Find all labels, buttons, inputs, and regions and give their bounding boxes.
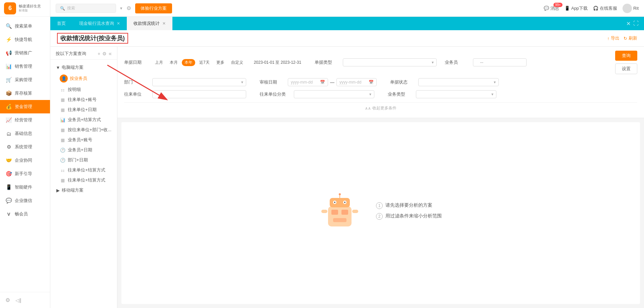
- page-title: 收款情况统计(按业务员): [57, 33, 128, 44]
- sidebar-item-search[interactable]: 🔍 搜索菜单: [0, 19, 50, 33]
- scheme-settings-icon[interactable]: ⚙: [102, 51, 107, 56]
- sidebar-item-member[interactable]: V 畅会员: [0, 207, 50, 221]
- sidebar-item-guide[interactable]: 🎯 新手引导: [0, 167, 50, 181]
- tree-section-pc: ▼ 电脑端方案 👤 按业务员 ⚏ 按明细 ▦ 往来单位+账号: [50, 60, 117, 198]
- sidebar-item-purchase[interactable]: 🛒 采购管理: [0, 73, 50, 87]
- app-download-btn[interactable]: 📱 App下载: [565, 5, 588, 11]
- counterpart-category-label: 往来单位分类: [260, 91, 286, 97]
- date-tab-7days[interactable]: 近7天: [197, 59, 212, 66]
- calendar-from-icon[interactable]: 📅: [320, 80, 325, 85]
- sidebar-item-finance[interactable]: 💰 资金管理: [0, 100, 50, 113]
- tree-item-unit-account[interactable]: ▦ 往来单位+账号: [50, 95, 117, 105]
- date-tab-more[interactable]: 更多: [214, 59, 227, 66]
- sidebar-item-inventory[interactable]: 📦 库存核算: [0, 87, 50, 100]
- salesperson-select[interactable]: ···: [473, 58, 527, 66]
- tree-item-salesperson-settle[interactable]: 📊 业务员+结算方式: [50, 115, 117, 125]
- sidebar-item-label: 销售管理: [15, 63, 32, 69]
- header-search[interactable]: 🔍 搜索: [56, 4, 116, 13]
- tab-home[interactable]: 首页: [50, 17, 72, 30]
- tab-bank[interactable]: 现金银行流水查询 ✕: [72, 17, 127, 30]
- tree-toggle-mobile: ▶: [56, 188, 60, 193]
- sidebar-item-marketing[interactable]: 📢 营销推广: [0, 46, 50, 60]
- header-chevron-icon[interactable]: ▾: [120, 6, 122, 11]
- date-tab-last-month[interactable]: 上月: [152, 59, 166, 66]
- footer-collapse-icon[interactable]: ◁‖: [15, 298, 21, 303]
- sidebar-item-quicknav[interactable]: ⚡ 快捷导航: [0, 33, 50, 46]
- refresh-button[interactable]: ↻ 刷新: [624, 35, 637, 41]
- messages-btn[interactable]: 💬 消息 99+: [544, 5, 559, 11]
- tree-item-label: 按明细: [68, 87, 81, 93]
- counterpart-select[interactable]: ···: [152, 90, 246, 98]
- tab-collection[interactable]: 收款情况统计 ✕: [127, 17, 172, 30]
- doc-type-select[interactable]: ▾: [343, 58, 437, 66]
- sidebar-item-label: 基础信息: [15, 131, 32, 137]
- tree-node-pc-section[interactable]: ▼ 电脑端方案: [50, 62, 117, 72]
- doc-status-select[interactable]: ▾: [418, 78, 499, 86]
- sidebar-item-corp[interactable]: 🤝 企业协同: [0, 154, 50, 167]
- window-close-icon[interactable]: ✕: [626, 20, 631, 27]
- svg-point-8: [344, 202, 345, 203]
- collapse-bar[interactable]: ∧∧ 收起更多条件: [124, 102, 637, 114]
- sidebar-item-operation[interactable]: 📈 经营管理: [0, 113, 50, 127]
- tree-item-salesperson-date[interactable]: 🕐 业务员+日期: [50, 145, 117, 155]
- unit-dept-collect-icon: ▦: [60, 127, 66, 133]
- tree-node-mobile-section[interactable]: ▶ 移动端方案: [50, 185, 117, 195]
- dept-label: 部门: [124, 79, 144, 85]
- tree-item-label: 业务员+结算方式: [68, 117, 101, 123]
- sidebar-item-wechat[interactable]: 💬 企业微信: [0, 194, 50, 207]
- collection-tab-close-icon[interactable]: ✕: [162, 21, 166, 26]
- purchase-icon: 🛒: [5, 76, 12, 83]
- scheme-collapse-icon[interactable]: «: [109, 51, 112, 57]
- sidebar-footer: ⚙ ◁‖: [0, 292, 50, 308]
- salesperson-account-icon: ▦: [60, 137, 66, 143]
- date-tab-custom[interactable]: 自定义: [228, 59, 246, 66]
- sidebar-item-basic[interactable]: 🗂 基础信息: [0, 127, 50, 140]
- footer-settings-icon[interactable]: ⚙: [5, 297, 10, 303]
- trial-button[interactable]: 体验行业方案: [135, 3, 172, 13]
- review-date-to-input[interactable]: yyyy-mm-dd 📅: [336, 78, 377, 86]
- window-maximize-icon[interactable]: ⛶: [633, 20, 639, 27]
- calendar-to-icon[interactable]: 📅: [369, 80, 374, 85]
- svg-rect-3: [333, 218, 346, 222]
- sidebar-item-label: 企业协同: [15, 157, 32, 163]
- review-date-from-input[interactable]: yyyy-mm-dd 📅: [288, 78, 328, 86]
- user-avatar[interactable]: Rit: [623, 4, 639, 13]
- salesperson-date-icon: 🕐: [60, 147, 66, 153]
- header-gear-icon[interactable]: ⚙: [126, 5, 131, 11]
- date-tab-this-month[interactable]: 本月: [167, 59, 180, 66]
- export-button[interactable]: ↑ 导出: [607, 35, 620, 41]
- more-dots-icon[interactable]: ···: [480, 60, 483, 65]
- tree-item-salesperson[interactable]: 👤 按业务员: [50, 72, 117, 85]
- sidebar-item-hardware[interactable]: 📱 智能硬件: [0, 181, 50, 194]
- tree-item-unit-date[interactable]: ▦ 往来单位+日期: [50, 105, 117, 115]
- right-content: 单据日期 上月 本月 本年 近7天 更多 自定义 2023-01-01 至 20…: [117, 47, 644, 308]
- counterpart-category-select[interactable]: ▾: [294, 90, 374, 98]
- tree-item-dept-date[interactable]: 🕐 部门+日期: [50, 155, 117, 165]
- detail-icon: ⚏: [60, 87, 66, 93]
- counterpart-dots-icon[interactable]: ···: [159, 92, 163, 97]
- doc-status-label: 单据状态: [390, 79, 410, 85]
- dept-select[interactable]: ▾: [152, 78, 246, 86]
- user-text: Rit: [633, 6, 639, 11]
- tree-item-unit-settle2[interactable]: ▦ 往来单位+结算方式: [50, 175, 117, 185]
- tree-item-unit-settle1[interactable]: ⚏ 往来单位+结算方式: [50, 165, 117, 175]
- tree-item-salesperson-account[interactable]: ▦ 业务员+账号: [50, 135, 117, 145]
- date-tab-this-year[interactable]: 本年: [182, 59, 195, 66]
- online-service-btn[interactable]: 🎧 在线客服: [593, 5, 617, 11]
- avatar-img: [623, 4, 632, 13]
- bank-tab-close-icon[interactable]: ✕: [117, 21, 120, 26]
- svg-rect-1: [331, 210, 338, 215]
- tree-item-detail[interactable]: ⚏ 按明细: [50, 85, 117, 95]
- tree-item-label: 往来单位+账号: [68, 97, 97, 103]
- query-button[interactable]: 查询: [615, 51, 637, 61]
- unit-account-icon: ▦: [60, 97, 66, 103]
- sidebar-item-sales[interactable]: 📊 销售管理: [0, 60, 50, 73]
- business-type-select[interactable]: ▾: [416, 90, 496, 98]
- sidebar-item-system[interactable]: ⚙ 系统管理: [0, 140, 50, 154]
- basic-icon: 🗂: [5, 130, 12, 137]
- settings-button[interactable]: 设置: [615, 63, 637, 74]
- tree-item-unit-dept-collect[interactable]: ▦ 按往来单位+部门+收...: [50, 125, 117, 135]
- scheme-add-icon[interactable]: +: [98, 51, 100, 56]
- date-range-text: 2023-01-01 至 2023-12-31: [254, 60, 301, 65]
- tip-1-num: 1: [376, 202, 383, 209]
